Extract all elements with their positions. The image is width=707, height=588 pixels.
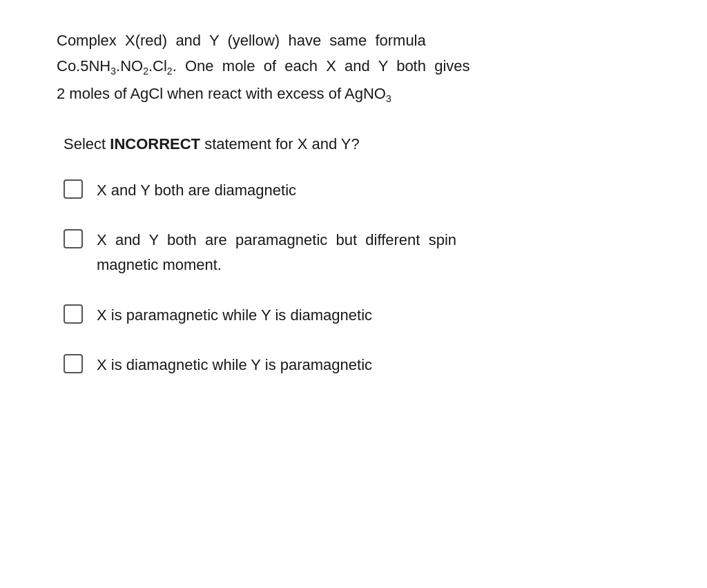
checkbox-d[interactable] <box>64 354 83 373</box>
option-d-item: X is diamagnetic while Y is paramagnetic <box>64 353 650 378</box>
option-a-item: X and Y both are diamagnetic <box>64 178 650 203</box>
question-prefix: Select <box>64 135 110 153</box>
option-b-item: X and Y both are paramagnetic but differ… <box>64 228 650 278</box>
question-text: Select INCORRECT statement for X and Y? <box>57 135 650 153</box>
options-list: X and Y both are diamagnetic X and Y bot… <box>57 178 650 378</box>
option-d-label: X is diamagnetic while Y is paramagnetic <box>97 353 372 378</box>
question-suffix: statement for X and Y? <box>200 135 360 153</box>
option-c-item: X is paramagnetic while Y is diamagnetic <box>64 303 650 328</box>
main-container: Complex X(red) and Y (yellow) have same … <box>57 28 650 378</box>
checkbox-a[interactable] <box>64 179 83 199</box>
checkbox-b[interactable] <box>64 229 83 248</box>
option-c-label: X is paramagnetic while Y is diamagnetic <box>97 303 372 328</box>
checkbox-c[interactable] <box>64 304 83 324</box>
option-b-label: X and Y both are paramagnetic but differ… <box>97 228 456 278</box>
option-a-label: X and Y both are diamagnetic <box>97 178 296 203</box>
question-bold: INCORRECT <box>110 135 200 153</box>
problem-statement: Complex X(red) and Y (yellow) have same … <box>57 28 650 108</box>
